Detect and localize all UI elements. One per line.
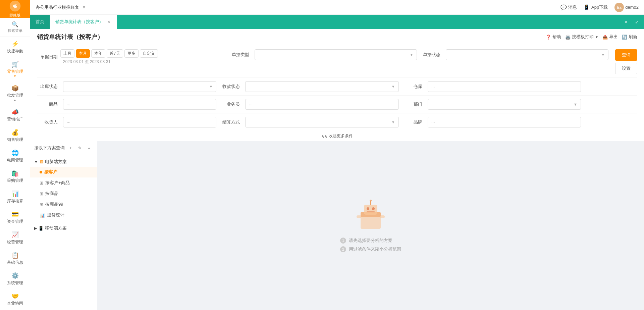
collapse-btn[interactable]: ∧∧ 收起更多条件 bbox=[316, 131, 358, 141]
marketing-label: 营销推广 bbox=[7, 116, 23, 122]
edit-icon: ✎ bbox=[78, 146, 82, 151]
tab-close-btn[interactable]: ✕ bbox=[106, 19, 111, 24]
payment-select[interactable]: ▼ bbox=[245, 117, 398, 127]
scheme-item-by-customer[interactable]: 按客户 bbox=[30, 167, 97, 177]
sidebar-item-system[interactable]: ⚙️ 系统管理 bbox=[0, 269, 30, 289]
scheme-group-desktop-header[interactable]: ▼ 🖥 电脑端方案 bbox=[30, 157, 97, 167]
receipt-status-label: 收款状态 bbox=[219, 84, 243, 90]
date-btn-custom[interactable]: 自定义 bbox=[140, 49, 158, 58]
download-icon: 📱 bbox=[584, 4, 590, 10]
tab-sales-stat[interactable]: 销货单统计表（按客户） ✕ bbox=[50, 15, 117, 29]
grid-icon-3: ⊞ bbox=[40, 202, 43, 207]
finance-icon: 💳 bbox=[11, 211, 19, 218]
scheme-item-refund-stat[interactable]: 📊 退货统计 bbox=[30, 210, 97, 220]
tab-close-all-btn[interactable]: ✕ bbox=[621, 17, 631, 27]
date-btn-this-year[interactable]: 本年 bbox=[91, 49, 105, 58]
empty-tip-1: 1 请先选择要分析的方案 bbox=[340, 238, 401, 244]
print-btn[interactable]: 🖨️ 按模板打印 ▼ bbox=[565, 34, 598, 40]
sidebar-item-sales[interactable]: 💰 销售管理 bbox=[0, 125, 30, 146]
collapse-up-icon: ∧∧ bbox=[321, 134, 327, 139]
sidebar-item-inventory[interactable]: 📊 库存核算 bbox=[0, 187, 30, 207]
sidebar-item-finance[interactable]: 💳 资金管理 bbox=[0, 207, 30, 228]
sidebar-item-operations[interactable]: 📈 经营管理 bbox=[0, 228, 30, 248]
message-label: 消息 bbox=[568, 4, 577, 10]
tab-expand-btn[interactable]: ⤢ bbox=[632, 17, 641, 27]
query-button[interactable]: 查询 bbox=[615, 49, 637, 61]
wholesale-label: 批发管理 bbox=[7, 93, 23, 98]
filter-section: 单据日期 上月 本月 本年 近7天 更多 自定义 2023-03-01 至 20… bbox=[30, 45, 644, 141]
scheme-item-by-customer-product[interactable]: ⊞ 按客户+商品 bbox=[30, 177, 97, 188]
empty-illustration bbox=[354, 199, 387, 232]
user-menu[interactable]: Ea demo2 bbox=[614, 3, 639, 12]
scheme-item-by-product[interactable]: ⊞ 按商品 bbox=[30, 188, 97, 199]
header-app-title: 办公用品行业模拟账套 bbox=[36, 4, 79, 10]
sidebar-item-wholesale[interactable]: 📦 批发管理 ▲ bbox=[0, 81, 30, 105]
sidebar-item-marketing[interactable]: 📣 营销推广 bbox=[0, 105, 30, 125]
staff-input[interactable]: ··· bbox=[245, 99, 398, 110]
body-area: 按以下方案查询 ＋ ✎ « ▼ 🖥 电脑端方案 bbox=[30, 141, 644, 310]
sidebar-item-corp[interactable]: 🤝 企业协同 bbox=[0, 289, 30, 310]
scheme-add-btn[interactable]: ＋ bbox=[67, 144, 74, 152]
scheme-item-by-product-99[interactable]: ⊞ 按商品99 bbox=[30, 199, 97, 210]
username: demo2 bbox=[625, 5, 639, 10]
sidebar-quick-nav[interactable]: ⚡ 快捷导航 bbox=[0, 37, 30, 57]
date-btn-last-month[interactable]: 上月 bbox=[60, 49, 74, 58]
date-btn-more[interactable]: 更多 bbox=[124, 49, 139, 58]
avatar-text: Ea bbox=[617, 5, 622, 9]
brand-label: 品牌 bbox=[401, 119, 425, 125]
sidebar: 畅 标账版 🔍 搜索菜单 ⚡ 快捷导航 🛒 零售管理 ▼ 📦 批发管理 ▲ 📣 … bbox=[0, 0, 30, 310]
header-right: 💬 消息 📱 App下载 Ea demo2 bbox=[560, 3, 639, 12]
help-label: 帮助 bbox=[552, 34, 561, 40]
sidebar-item-purchase[interactable]: 🛍️ 采购管理 bbox=[0, 166, 30, 187]
header-dropdown-icon[interactable]: ▼ bbox=[82, 5, 86, 10]
scheme-collapse-btn[interactable]: « bbox=[86, 144, 93, 152]
retail-icon: 🛒 bbox=[11, 61, 19, 68]
tip2-num: 2 bbox=[340, 246, 346, 252]
basic-label: 基础信息 bbox=[7, 260, 23, 265]
inventory-label: 库存核算 bbox=[7, 198, 23, 204]
date-btn-this-month[interactable]: 本月 bbox=[76, 49, 90, 58]
scheme-group-mobile-header[interactable]: ▶ 📱 移动端方案 bbox=[30, 223, 97, 233]
bill-type-arrow-icon: ▼ bbox=[410, 53, 413, 57]
refresh-btn[interactable]: 🔄 刷新 bbox=[622, 34, 637, 40]
out-status-select[interactable]: ▼ bbox=[63, 81, 216, 92]
date-btn-7days[interactable]: 近7天 bbox=[107, 49, 123, 58]
svg-rect-7 bbox=[367, 211, 375, 212]
brand-input[interactable]: ··· bbox=[428, 117, 581, 127]
receipt-status-select[interactable]: ▼ bbox=[245, 81, 398, 92]
tab-bar: 首页 销货单统计表（按客户） ✕ ✕ ⤢ bbox=[30, 15, 644, 29]
bill-type-select[interactable]: ▼ bbox=[255, 49, 417, 60]
top-header: 办公用品行业模拟账套 ▼ 💬 消息 📱 App下载 Ea demo2 bbox=[30, 0, 644, 15]
product-input[interactable]: ··· bbox=[63, 99, 216, 110]
scheme-edit-btn[interactable]: ✎ bbox=[76, 144, 84, 152]
export-btn[interactable]: 📤 导出 bbox=[602, 34, 618, 40]
bar-icon: 📊 bbox=[40, 213, 45, 218]
bill-status-arrow-icon: ▼ bbox=[601, 53, 605, 57]
main-area: 办公用品行业模拟账套 ▼ 💬 消息 📱 App下载 Ea demo2 首页 bbox=[30, 0, 644, 310]
tab-home[interactable]: 首页 bbox=[30, 15, 50, 29]
bill-status-select[interactable]: ▼ bbox=[446, 49, 608, 60]
receiver-input[interactable]: ··· bbox=[63, 117, 216, 127]
sidebar-item-retail[interactable]: 🛒 零售管理 ▼ bbox=[0, 57, 30, 81]
sales-icon: 💰 bbox=[11, 129, 19, 136]
sales-label: 销售管理 bbox=[7, 137, 23, 143]
message-icon: 💬 bbox=[560, 4, 567, 10]
scheme-item-product-label: 按商品 bbox=[45, 191, 58, 197]
sidebar-item-basic[interactable]: 📋 基础信息 bbox=[0, 248, 30, 269]
help-btn[interactable]: ❓ 帮助 bbox=[546, 34, 561, 40]
scheme-panel: 按以下方案查询 ＋ ✎ « ▼ 🖥 电脑端方案 bbox=[30, 141, 97, 310]
avatar: Ea bbox=[614, 3, 624, 12]
scheme-item-customer-label: 按客户 bbox=[44, 169, 57, 175]
sidebar-item-ecommerce[interactable]: 🌐 电商管理 bbox=[0, 146, 30, 166]
date-btn-group: 上月 本月 本年 近7天 更多 自定义 bbox=[60, 49, 158, 58]
dept-arrow-icon: ▼ bbox=[574, 102, 577, 106]
warehouse-input[interactable]: ··· bbox=[428, 81, 581, 92]
setting-button[interactable]: 设置 bbox=[615, 63, 637, 74]
tip2-text: 用过滤条件来缩小分析范围 bbox=[349, 246, 401, 252]
app-download-btn[interactable]: 📱 App下载 bbox=[584, 4, 608, 10]
receiver-ellipsis: ··· bbox=[67, 120, 70, 125]
dept-select[interactable]: ▼ bbox=[428, 99, 581, 110]
search-menu[interactable]: 🔍 搜索菜单 bbox=[0, 18, 30, 37]
message-btn[interactable]: 💬 消息 bbox=[560, 4, 577, 10]
svg-rect-4 bbox=[364, 205, 377, 215]
